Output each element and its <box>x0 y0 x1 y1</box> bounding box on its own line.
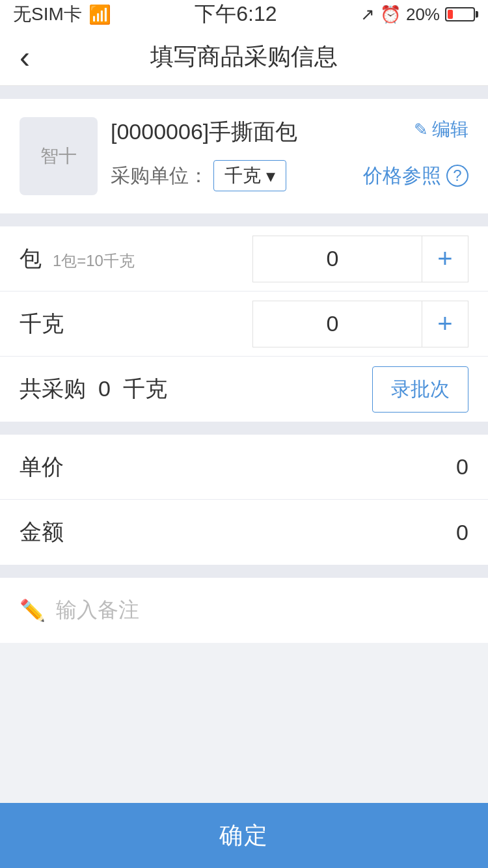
batch-button[interactable]: 录批次 <box>372 366 468 413</box>
unit-label: 采购单位： <box>111 163 208 189</box>
amount-value: 0 <box>456 520 468 545</box>
carrier-label: 无SIM卡 <box>13 2 82 27</box>
dropdown-arrow-icon: ▾ <box>266 165 275 187</box>
pack-label: 包 <box>20 246 42 271</box>
product-thumbnail: 智十 <box>20 117 98 195</box>
input-section: 包 1包=10千克 + 千克 + <box>0 226 488 357</box>
pack-input-right: + <box>252 236 468 282</box>
kg-input-row: 千克 + <box>0 292 488 357</box>
amount-label: 金额 <box>20 517 64 547</box>
location-icon: ↗ <box>360 5 375 25</box>
help-icon: ? <box>446 165 468 187</box>
battery-pct-label: 20% <box>406 5 440 25</box>
amount-row: 金额 0 <box>0 500 488 565</box>
unit-select-value: 千克 <box>224 163 261 188</box>
unit-price-label: 单价 <box>20 452 64 482</box>
total-text: 共采购 0 千克 <box>20 374 167 404</box>
note-section[interactable]: ✏️ 输入备注 <box>0 578 488 643</box>
pencil-icon: ✏️ <box>20 598 46 623</box>
pack-quantity-input[interactable] <box>252 236 422 282</box>
kg-input-right: + <box>252 301 468 347</box>
kg-plus-icon: + <box>437 309 452 338</box>
pack-label-group: 包 1包=10千克 <box>20 244 135 274</box>
edit-button[interactable]: ✎ 编辑 <box>414 117 468 142</box>
total-row: 共采购 0 千克 录批次 <box>0 357 488 422</box>
total-label: 共采购 <box>20 376 86 401</box>
confirm-button[interactable]: 确定 <box>0 803 488 868</box>
kg-plus-button[interactable]: + <box>422 301 468 347</box>
status-bar: 无SIM卡 📶 下午6:12 ↗ ⏰ 20% <box>0 0 488 29</box>
pack-plus-icon: + <box>437 244 452 273</box>
wifi-icon: 📶 <box>88 4 111 25</box>
price-section: 单价 0 金额 0 <box>0 435 488 565</box>
total-amount: 0 <box>98 376 111 401</box>
page-title: 填写商品采购信息 <box>150 41 338 73</box>
product-info: [0000006]手撕面包 ✎ 编辑 采购单位： 千克 ▾ 价格参照 ? <box>111 117 468 191</box>
product-header: [0000006]手撕面包 ✎ 编辑 <box>111 117 468 147</box>
price-ref-label: 价格参照 <box>363 163 441 189</box>
pack-sub-label: 1包=10千克 <box>53 252 135 269</box>
top-divider <box>0 86 488 99</box>
price-ref-button[interactable]: 价格参照 ? <box>363 163 468 189</box>
unit-price-value: 0 <box>456 454 468 480</box>
pack-plus-button[interactable]: + <box>422 236 468 282</box>
kg-quantity-input[interactable] <box>252 301 422 347</box>
edit-label: 编辑 <box>432 117 468 142</box>
battery-icon <box>445 7 475 21</box>
mid-divider <box>0 213 488 226</box>
status-right: ↗ ⏰ 20% <box>360 5 475 25</box>
unit-select-dropdown[interactable]: 千克 ▾ <box>213 160 286 191</box>
product-card: 智十 [0000006]手撕面包 ✎ 编辑 采购单位： 千克 ▾ 价格参照 ? <box>0 99 488 213</box>
pack-input-row: 包 1包=10千克 + <box>0 226 488 292</box>
kg-label: 千克 <box>20 309 64 339</box>
edit-icon: ✎ <box>414 120 428 140</box>
unit-price-row: 单价 0 <box>0 435 488 500</box>
nav-bar: ‹ 填写商品采购信息 <box>0 29 488 86</box>
product-unit-row: 采购单位： 千克 ▾ 价格参照 ? <box>111 160 468 191</box>
total-unit: 千克 <box>123 376 167 401</box>
product-name: [0000006]手撕面包 <box>111 117 297 147</box>
back-button[interactable]: ‹ <box>20 42 30 73</box>
price-divider <box>0 422 488 435</box>
time-label: 下午6:12 <box>195 0 277 29</box>
alarm-icon: ⏰ <box>380 5 401 25</box>
empty-area <box>0 643 488 825</box>
note-divider <box>0 565 488 578</box>
status-left: 无SIM卡 📶 <box>13 2 111 27</box>
note-placeholder: 输入备注 <box>56 596 139 625</box>
product-logo-text: 智十 <box>40 144 77 169</box>
